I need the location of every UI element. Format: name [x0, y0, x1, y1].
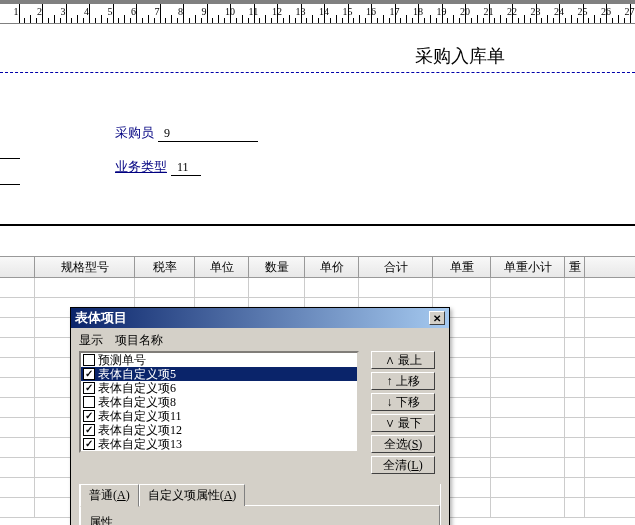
grid-column-header[interactable]: 规格型号 [35, 257, 135, 277]
grid-column-header[interactable]: 单重 [433, 257, 491, 277]
visibility-checkbox[interactable] [83, 424, 95, 436]
dialog-title: 表体项目 [75, 309, 127, 327]
attr-section-label: 属性 [89, 514, 431, 525]
grid-column-header[interactable]: 单位 [195, 257, 249, 277]
column-dialog: 表体项目 ✕ 显示 项目名称 预测单号表体自定义项5表体自定义项6表体自定义项8… [70, 307, 450, 525]
section-divider [0, 72, 635, 73]
buyer-value: 9 [164, 126, 170, 140]
items-listbox[interactable]: 预测单号表体自定义项5表体自定义项6表体自定义项8表体自定义项11表体自定义项1… [79, 351, 359, 453]
show-column-label: 显示 [79, 332, 115, 349]
tab-custom[interactable]: 自定义项属性(A) [139, 484, 246, 506]
grid-column-header[interactable]: 单价 [305, 257, 359, 277]
tab-general[interactable]: 普通(A) [80, 484, 139, 507]
list-item-label: 表体自定义项13 [98, 436, 182, 453]
move-bottom-button[interactable]: ∨ 最下 [371, 414, 435, 432]
visibility-checkbox[interactable] [83, 382, 95, 394]
visibility-checkbox[interactable] [83, 410, 95, 422]
visibility-checkbox[interactable] [83, 396, 95, 408]
biztype-label[interactable]: 业务类型 [115, 158, 167, 176]
visibility-checkbox[interactable] [83, 354, 95, 366]
grid-column-header[interactable]: 税率 [135, 257, 195, 277]
name-column-label: 项目名称 [115, 332, 163, 349]
table-row[interactable] [0, 278, 635, 298]
visibility-checkbox[interactable] [83, 368, 95, 380]
select-all-button[interactable]: 全选(S) [371, 435, 435, 453]
visibility-checkbox[interactable] [83, 438, 95, 450]
ruler: 1234567891011121314151617181920212223242… [0, 4, 635, 24]
move-down-button[interactable]: ↓ 下移 [371, 393, 435, 411]
biztype-field[interactable]: 11 [171, 160, 201, 176]
grid-column-header[interactable]: 重 [565, 257, 585, 277]
grid-column-header[interactable]: 合计 [359, 257, 433, 277]
clear-all-button[interactable]: 全清(L) [371, 456, 435, 474]
buyer-label: 采购员 [115, 124, 154, 142]
move-up-button[interactable]: ↑ 上移 [371, 372, 435, 390]
move-top-button[interactable]: ∧ 最上 [371, 351, 435, 369]
grid-column-header[interactable]: 数量 [249, 257, 305, 277]
page-title: 采购入库单 [415, 44, 505, 68]
buyer-field[interactable]: 9 [158, 126, 258, 142]
biztype-value: 11 [177, 160, 189, 174]
dialog-close-button[interactable]: ✕ [429, 311, 445, 325]
grid-column-header[interactable]: 单重小计 [491, 257, 565, 277]
list-item[interactable]: 表体自定义项13 [81, 437, 357, 451]
thick-divider [0, 224, 635, 226]
